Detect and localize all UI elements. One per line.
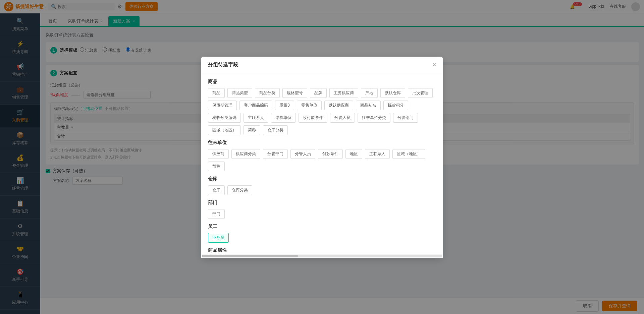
field-tag[interactable]: 结算单位 <box>271 113 296 123</box>
field-tag[interactable]: 简称 <box>208 162 225 171</box>
field-tags-dept: 部门 <box>208 209 436 219</box>
field-tag[interactable]: 地区 <box>345 149 362 159</box>
field-tag[interactable]: 仓库分类 <box>263 125 288 135</box>
field-tag[interactable]: 拣货积分 <box>383 101 408 110</box>
field-tag[interactable]: 往来单位分类 <box>358 113 390 123</box>
field-tags-product: 商品 商品类型 商品分类 规格型号 品牌 主要供应商 产地 默认仓库 批次管理 … <box>208 88 436 135</box>
field-tag[interactable]: 产地 <box>361 88 378 98</box>
field-tag[interactable]: 区域（地区） <box>392 149 425 159</box>
field-tag[interactable]: 分管部门 <box>263 149 288 159</box>
group-title-partner: 往来单位 <box>208 140 436 146</box>
field-tag[interactable]: 零售单位 <box>297 101 322 110</box>
modal-body[interactable]: 商品 商品 商品类型 商品分类 规格型号 品牌 主要供应商 产地 默认仓库 批次… <box>201 73 443 254</box>
modal-header: 分组待选字段 × <box>201 57 443 73</box>
hscroll-thumb <box>202 255 298 257</box>
field-tag-selected[interactable]: 业务员 <box>208 233 229 243</box>
field-tag[interactable]: 商品类型 <box>227 88 252 98</box>
field-tag[interactable]: 默认供应商 <box>324 101 353 110</box>
modal-hscrollbar[interactable] <box>201 254 443 257</box>
field-tag[interactable]: 分管人员 <box>290 149 315 159</box>
field-tag[interactable]: 付款条件 <box>318 149 343 159</box>
hscroll-track <box>202 255 442 257</box>
field-tag[interactable]: 批次管理 <box>408 88 433 98</box>
field-tag[interactable]: 收付款条件 <box>299 113 327 123</box>
field-tag[interactable]: 商品分类 <box>255 88 280 98</box>
field-tag[interactable]: 主要供应商 <box>329 88 358 98</box>
field-tag[interactable]: 仓库分类 <box>227 185 252 195</box>
field-tag[interactable]: 分管人员 <box>330 113 355 123</box>
field-tag[interactable]: 供应商分类 <box>231 149 260 159</box>
group-title-warehouse: 仓库 <box>208 176 436 182</box>
modal-close-button[interactable]: × <box>432 61 436 68</box>
field-select-modal: 分组待选字段 × 商品 商品 商品类型 商品分类 规格型号 品牌 主要供应商 产… <box>201 57 443 258</box>
field-tag[interactable]: 规格型号 <box>282 88 307 98</box>
field-tag[interactable]: 分管部门 <box>393 113 418 123</box>
field-tag[interactable]: 供应商 <box>208 149 229 159</box>
field-tag[interactable]: 部门 <box>208 209 225 219</box>
field-tag[interactable]: 商品别名 <box>356 101 381 110</box>
modal-title: 分组待选字段 <box>208 62 238 68</box>
field-tag[interactable]: 税收分类编码 <box>208 113 241 123</box>
field-tag[interactable]: 主联系人 <box>365 149 390 159</box>
field-tag[interactable]: 默认仓库 <box>380 88 405 98</box>
field-tag[interactable]: 主联系人 <box>244 113 268 123</box>
field-tag[interactable]: 区域（地区） <box>208 125 241 135</box>
field-tag[interactable]: 保质期管理 <box>208 101 237 110</box>
group-title-product: 商品 <box>208 79 436 85</box>
modal-overlay: 分组待选字段 × 商品 商品 商品类型 商品分类 规格型号 品牌 主要供应商 产… <box>0 0 644 314</box>
group-title-dept: 部门 <box>208 200 436 206</box>
field-tag[interactable]: 客户商品编码 <box>239 101 272 110</box>
field-tags-warehouse: 仓库 仓库分类 <box>208 185 436 195</box>
field-tag[interactable]: 仓库 <box>208 185 225 195</box>
field-tag[interactable]: 简称 <box>244 125 260 135</box>
field-tag[interactable]: 重量3 <box>275 101 294 110</box>
group-title-staff: 员工 <box>208 224 436 230</box>
field-tags-partner: 供应商 供应商分类 分管部门 分管人员 付款条件 地区 主联系人 区域（地区） … <box>208 149 436 171</box>
field-tag[interactable]: 品牌 <box>310 88 327 98</box>
field-tags-staff: 业务员 <box>208 233 436 243</box>
group-title-product-attr: 商品属性 <box>208 247 436 253</box>
field-tag[interactable]: 商品 <box>208 88 225 98</box>
